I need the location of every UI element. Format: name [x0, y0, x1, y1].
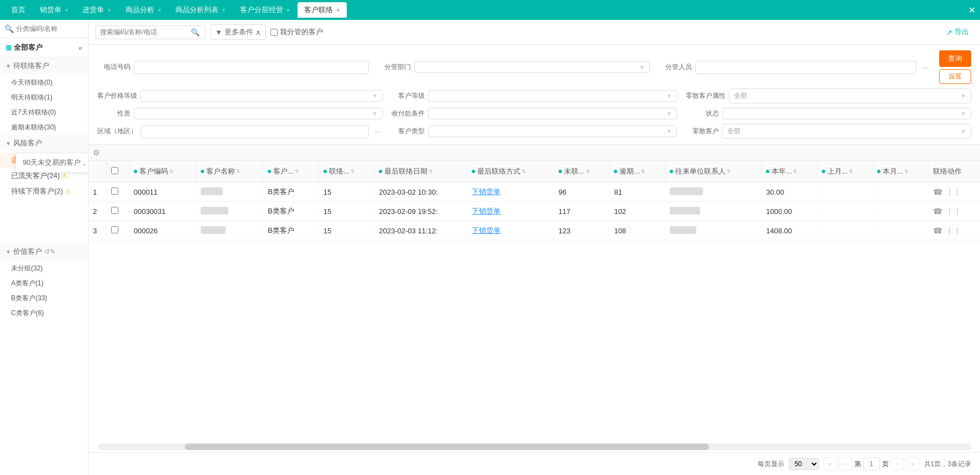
tab-close-product-analysis-list[interactable]: ×	[222, 7, 225, 13]
col-uncontact[interactable]: 未联...	[554, 161, 609, 182]
sidebar-item-ungrouped[interactable]: 未分组(32)	[0, 261, 88, 276]
filter-status-select[interactable]: ▼	[722, 108, 971, 119]
settings-button[interactable]: 设置	[939, 69, 971, 84]
sidebar-item-c-class[interactable]: C类客户(6)	[0, 306, 88, 321]
sidebar-item-today-pending[interactable]: 今天待联络(0)	[0, 75, 88, 90]
person-more-icon[interactable]: ···	[920, 63, 930, 71]
sidebar-item-declining[interactable]: 持续下滑客户(2) ⚠	[0, 184, 88, 199]
next-page-button[interactable]: ›	[891, 457, 904, 471]
cell-checkbox[interactable]	[106, 182, 129, 202]
tab-sales-order[interactable]: 销货单 ×	[33, 2, 75, 18]
first-page-button[interactable]: «	[823, 457, 837, 471]
search-input[interactable]	[100, 28, 189, 36]
sort-this-month[interactable]: 本月...	[877, 166, 909, 176]
sidebar-group-pending[interactable]: ▼ 待联络客户	[0, 58, 88, 74]
my-customers-checkbox-label[interactable]: 我分管的客户	[270, 27, 323, 37]
sort-uncontact[interactable]: 未联...	[559, 166, 590, 176]
sidebar-item-overdue-pending[interactable]: 逾期未联络(30)	[0, 120, 88, 135]
row-checkbox[interactable]	[111, 187, 118, 195]
col-customer-type[interactable]: 客户...	[263, 161, 319, 182]
tab-product-analysis[interactable]: 商品分析 ×	[119, 2, 168, 18]
col-contact-person[interactable]: 往来单位联系人	[665, 161, 761, 182]
phone-icon[interactable]: ☎	[933, 207, 942, 216]
contact-method-link[interactable]: 下销货单	[472, 226, 501, 234]
tab-customer-contact[interactable]: 客户联络 ×	[298, 2, 346, 18]
sidebar-root[interactable]: ⊞ 全部客户 «	[0, 38, 88, 58]
sort-last-method[interactable]: 最后联络方式	[472, 166, 526, 176]
last-page-button[interactable]: »	[906, 457, 920, 471]
sidebar-group-value[interactable]: ▼ 价值客户 ↺ ✎	[0, 243, 88, 260]
sidebar-item-a-class[interactable]: A类客户(1)	[0, 276, 88, 291]
col-this-month[interactable]: 本月...	[873, 161, 929, 182]
sort-overdue[interactable]: 逾期...	[614, 166, 645, 176]
cell-checkbox[interactable]	[106, 221, 129, 241]
filter-customer-type-select[interactable]: ▼	[428, 126, 677, 137]
row-checkbox[interactable]	[111, 207, 118, 214]
filter-dept-select[interactable]: ▼	[414, 61, 649, 73]
filter-customer-grade-select[interactable]: ▼	[428, 90, 677, 102]
filter-price-grade-select[interactable]: ▼	[140, 90, 383, 102]
row-checkbox[interactable]	[111, 226, 118, 233]
query-button[interactable]: 查询	[939, 50, 971, 67]
filter-phone-input[interactable]	[134, 61, 369, 74]
scrollbar-thumb[interactable]	[185, 443, 709, 450]
filter-person-input[interactable]	[695, 61, 916, 74]
sidebar-item-week-pending[interactable]: 近7天待联络(0)	[0, 105, 88, 120]
tab-close-purchase-order[interactable]: ×	[107, 7, 111, 13]
col-last-method[interactable]: 最后联络方式	[467, 161, 554, 182]
refresh-icon[interactable]: ↺	[44, 248, 50, 255]
tab-home[interactable]: 首页	[4, 2, 32, 18]
col-last-month[interactable]: 上月...	[817, 161, 873, 182]
more-actions-icon[interactable]: ⋮⋮	[946, 187, 961, 196]
select-all-checkbox[interactable]	[111, 167, 118, 174]
tab-close-customer-tier[interactable]: ×	[286, 7, 290, 13]
sidebar-search-input[interactable]	[16, 25, 88, 33]
sort-contact-person[interactable]: 往来单位联系人	[670, 166, 731, 176]
sidebar-item-tomorrow-pending[interactable]: 明天待联络(1)	[0, 90, 88, 105]
more-actions-icon[interactable]: ⋮⋮	[946, 226, 961, 235]
cell-checkbox[interactable]	[106, 202, 129, 221]
col-checkbox[interactable]	[106, 161, 129, 182]
page-size-select[interactable]: 50 100 200	[789, 458, 819, 470]
col-last-date[interactable]: 最后联络日期	[374, 161, 467, 182]
sort-contact[interactable]: 联络...	[324, 166, 355, 176]
sort-name[interactable]: 客户名称	[201, 166, 241, 176]
tab-close-customer-contact[interactable]: ×	[336, 7, 340, 13]
table-settings-icon[interactable]: ⚙	[93, 148, 100, 157]
region-more-icon[interactable]: ···	[372, 127, 383, 135]
edit-icon[interactable]: ✎	[50, 248, 55, 255]
phone-icon[interactable]: ☎	[933, 226, 942, 235]
filter-zero-customer-select[interactable]: 全部 ▼	[722, 124, 971, 139]
col-code[interactable]: 客户编码	[129, 161, 196, 182]
sort-code[interactable]: 客户编码	[134, 166, 174, 176]
more-actions-icon[interactable]: ⋮⋮	[946, 207, 961, 216]
filter-gender-select[interactable]: ▼	[134, 108, 383, 119]
horizontal-scrollbar[interactable]	[97, 443, 971, 450]
filter-zero-attr-select[interactable]: 全部 ▼	[729, 88, 971, 103]
sort-last-date[interactable]: 最后联络日期	[379, 166, 433, 176]
phone-icon[interactable]: ☎	[933, 187, 942, 196]
tab-purchase-order[interactable]: 进货单 ×	[76, 2, 117, 18]
tab-close-sales-order[interactable]: ×	[65, 7, 68, 13]
filter-region-input[interactable]	[140, 125, 369, 138]
sort-last-month[interactable]: 上月...	[822, 166, 853, 176]
sidebar-collapse-icon[interactable]: «	[79, 44, 82, 52]
sort-type[interactable]: 客户...	[268, 166, 299, 176]
filter-payment-select[interactable]: ▼	[428, 108, 677, 119]
tab-close-product-analysis[interactable]: ×	[158, 7, 161, 13]
window-close-icon[interactable]: ✕	[968, 5, 976, 15]
more-filters-button[interactable]: ▼ 更多条件 ∧	[210, 24, 266, 40]
sort-this-year[interactable]: 本年...	[766, 166, 797, 176]
my-customers-checkbox[interactable]	[270, 29, 278, 36]
page-input[interactable]	[863, 457, 880, 471]
tab-customer-tier[interactable]: 客户分层经营 ×	[233, 2, 296, 18]
prev-page-button[interactable]: ‹	[839, 457, 852, 471]
contact-method-link[interactable]: 下销货单	[472, 207, 501, 215]
tab-product-analysis-list[interactable]: 商品分析列表 ×	[169, 2, 232, 18]
export-button[interactable]: ↗ 导出	[942, 25, 973, 39]
contact-method-link[interactable]: 下销货单	[472, 187, 501, 196]
sidebar-group-risk[interactable]: ▼ 风险客户	[0, 135, 88, 152]
search-submit-icon[interactable]: 🔍	[191, 28, 200, 36]
col-overdue[interactable]: 逾期...	[609, 161, 665, 182]
sidebar-item-b-class[interactable]: B类客户(33)	[0, 291, 88, 306]
